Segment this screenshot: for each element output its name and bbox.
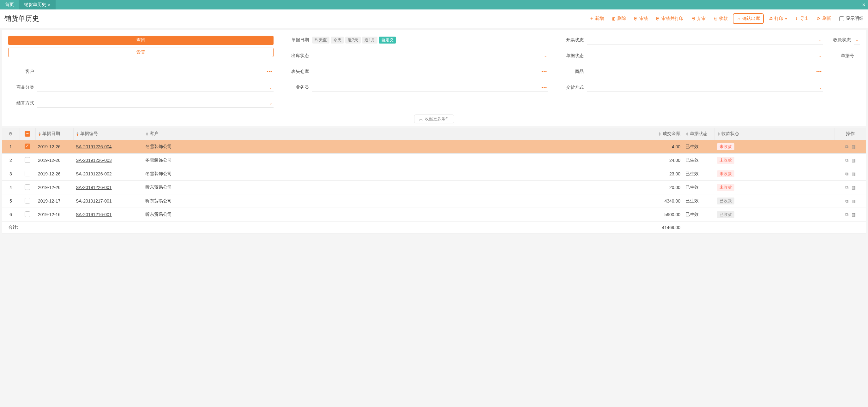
filter-panel: 单据日期 昨天至 今天 近7天 近1月 自定义 开票状态 ⌄ 收款状态 ⌄ 查询… [2, 30, 866, 126]
confirm-outbound-button[interactable]: ⌂确认出库 [733, 13, 764, 24]
qr-icon[interactable]: ▥ [851, 144, 856, 149]
doc-code-link[interactable]: SA-20191217-001 [76, 199, 112, 203]
table-header-row: ⚙ – ▲▼单据日期 ▲▼单据编号 ▲▼客户 ▲▼成交金额 ▲▼单据状态 ▲▼收… [2, 128, 866, 140]
col-header-customer[interactable]: ▲▼客户 [143, 128, 645, 140]
pay-status-badge: 未收款 [717, 184, 734, 191]
row-checkbox[interactable] [25, 157, 30, 163]
pay-status-badge: 已收款 [717, 211, 734, 218]
pay-status-select[interactable]: ⌄ [854, 36, 860, 44]
doc-code-link[interactable]: SA-20191226-004 [76, 144, 112, 149]
product-picker[interactable]: ••• [587, 67, 823, 76]
qr-icon[interactable]: ▥ [851, 185, 856, 190]
row-checkbox[interactable] [25, 198, 30, 203]
tab-sales-history[interactable]: 销货单历史 × [19, 0, 56, 9]
col-header-status[interactable]: ▲▼单据状态 [683, 128, 714, 140]
chevron-down-icon: ▾ [785, 17, 787, 21]
doc-code-link[interactable]: SA-20191216-001 [76, 212, 112, 217]
window-close-icon[interactable]: × [862, 2, 866, 8]
table-row[interactable]: 22019-12-26SA-20191226-003冬雪装饰公司24.00已生效… [2, 154, 866, 167]
row-checkbox[interactable] [25, 171, 30, 176]
pay-status-badge: 未收款 [717, 157, 734, 164]
delivery-select[interactable]: ⌄ [587, 83, 823, 92]
table-row[interactable]: 62019-12-16SA-20191216-001昕东贸易公司5900.00已… [2, 208, 866, 222]
add-button[interactable]: ＋新增 [587, 14, 607, 23]
view-detail-icon[interactable]: ⧉ [845, 212, 848, 217]
invoice-status-select[interactable]: ⌄ [587, 36, 823, 44]
query-button[interactable]: 查询 [8, 36, 274, 45]
audit-print-button[interactable]: ⛨审核并打印 [653, 14, 686, 23]
show-detail-input[interactable] [839, 16, 844, 21]
warehouse-picker[interactable]: ••• [312, 67, 548, 76]
view-detail-icon[interactable]: ⧉ [845, 144, 848, 149]
doc-status-select[interactable]: ⌄ [587, 52, 823, 60]
row-checkbox[interactable] [25, 184, 30, 190]
doc-code-link[interactable]: SA-20191226-003 [76, 158, 112, 163]
cell-date: 2019-12-26 [35, 167, 73, 181]
table-row[interactable]: 52019-12-17SA-20191217-001昕东贸易公司4340.00已… [2, 194, 866, 208]
out-status-select[interactable]: ⌄ [312, 52, 548, 60]
doc-code-link[interactable]: SA-20191226-002 [76, 171, 112, 176]
chip-yesterday[interactable]: 昨天至 [312, 37, 330, 43]
row-index: 1 [2, 140, 20, 154]
filter-invoice-status: 开票状态 ⌄ [558, 36, 823, 44]
filter-actions: 查询 设置 [8, 36, 274, 60]
chevron-down-icon: ⌄ [269, 85, 272, 90]
view-detail-icon[interactable]: ⧉ [845, 171, 848, 177]
view-detail-icon[interactable]: ⧉ [845, 199, 848, 204]
shield-print-icon: ⛨ [656, 16, 660, 21]
cell-status: 已生效 [683, 167, 714, 181]
print-button[interactable]: 🖶打印▾ [766, 14, 789, 23]
customer-picker[interactable]: ••• [37, 67, 274, 76]
qr-icon[interactable]: ▥ [851, 158, 856, 163]
col-header-amount[interactable]: ▲▼成交金额 [645, 128, 683, 140]
ellipsis-icon: ••• [267, 69, 272, 74]
qr-icon[interactable]: ▥ [851, 171, 856, 177]
qr-icon[interactable]: ▥ [851, 199, 856, 204]
table-row[interactable]: 12019-12-26SA-20191226-004冬雪装饰公司4.00已生效未… [2, 140, 866, 154]
product-category-select[interactable]: ⌄ [37, 83, 274, 92]
tab-home[interactable]: 首页 [0, 0, 19, 9]
chip-1month[interactable]: 近1月 [362, 37, 377, 43]
salesman-picker[interactable]: ••• [312, 83, 548, 92]
export-button[interactable]: ⤓导出 [792, 14, 811, 23]
tab-bar: 首页 销货单历史 × × [0, 0, 868, 9]
cell-date: 2019-12-17 [35, 194, 73, 208]
qr-icon[interactable]: ▥ [851, 212, 856, 217]
chevron-down-icon: ⌄ [819, 38, 822, 42]
view-detail-icon[interactable]: ⧉ [845, 158, 848, 163]
row-index: 3 [2, 167, 20, 181]
col-header-pay-status[interactable]: ▲▼收款状态 [714, 128, 835, 140]
row-checkbox[interactable] [25, 211, 30, 217]
doc-code-link[interactable]: SA-20191226-001 [76, 185, 112, 190]
cell-customer: 昕东贸易公司 [143, 181, 645, 194]
cell-customer: 昕东贸易公司 [143, 194, 645, 208]
delete-button[interactable]: 🗑删除 [609, 14, 628, 23]
chip-today[interactable]: 今天 [331, 37, 344, 43]
audit-button[interactable]: ⛨审核 [631, 14, 651, 23]
refresh-button[interactable]: ⟳刷新 [814, 14, 834, 23]
table-row[interactable]: 32019-12-26SA-20191226-002冬雪装饰公司23.00已生效… [2, 167, 866, 181]
abandon-audit-button[interactable]: ⛨弃审 [689, 14, 708, 23]
tab-label: 销货单历史 [24, 2, 46, 7]
row-checkbox[interactable] [25, 143, 30, 149]
gear-icon[interactable]: ⚙ [8, 131, 12, 136]
doc-no-input[interactable] [857, 52, 860, 60]
filter-out-status: 出库状态 ⌄ [283, 52, 548, 60]
cell-customer: 冬雪装饰公司 [143, 167, 645, 181]
collect-payment-button[interactable]: ⎘收款 [711, 14, 730, 23]
close-icon[interactable]: × [48, 2, 51, 7]
deselect-all-button[interactable]: – [25, 131, 30, 137]
col-header-code[interactable]: ▲▼单据编号 [73, 128, 143, 140]
settlement-select[interactable]: ⌄ [37, 99, 274, 108]
chip-7days[interactable]: 近7天 [345, 37, 361, 43]
setting-button[interactable]: 设置 [8, 48, 274, 57]
cell-date: 2019-12-16 [35, 208, 73, 222]
col-header-date[interactable]: ▲▼单据日期 [35, 128, 73, 140]
chip-custom[interactable]: 自定义 [379, 37, 396, 43]
collapse-filters-button[interactable]: ︽ 收起更多条件 [414, 114, 454, 123]
cell-customer: 昕东贸易公司 [143, 208, 645, 222]
show-detail-checkbox[interactable]: 显示明细 [839, 16, 864, 22]
cell-status: 已生效 [683, 140, 714, 154]
view-detail-icon[interactable]: ⧉ [845, 185, 848, 190]
table-row[interactable]: 42019-12-26SA-20191226-001昕东贸易公司20.00已生效… [2, 181, 866, 194]
